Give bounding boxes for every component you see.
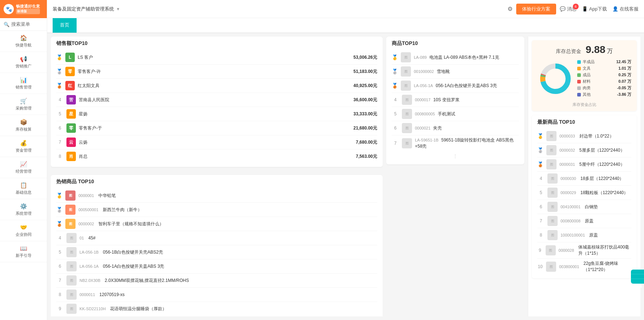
product-code: LA-59651-1B: [415, 138, 439, 142]
product-code: 0000011: [80, 292, 95, 297]
product-info: LA-056-1A 056-1A白色按键开关盖ABS 3壳: [414, 83, 519, 89]
product-code: 0000017: [415, 98, 431, 102]
settings-icon[interactable]: ⚙: [508, 5, 513, 12]
medal-icon: 🥈: [56, 69, 62, 74]
customer-name: 零售客户-许: [78, 69, 351, 75]
product-name: 智利车子里（规格不知道填什么）: [98, 221, 164, 227]
legend-label: 材料: [583, 79, 617, 84]
product-list-item: 5 图 000800005 手机测试: [392, 107, 519, 121]
chevron-down-icon: ▾: [117, 6, 119, 12]
hot-products-title: 热销商品 TOP10: [56, 179, 377, 185]
float-btn-live[interactable]: 直播: [631, 279, 644, 284]
sidebar-item-caigou[interactable]: 🛒 采购管理: [0, 94, 47, 115]
sidebar-item-jichu[interactable]: 📋 基础信息: [0, 178, 47, 199]
customer-amount: 36,600.00元: [354, 97, 377, 103]
product-thumbnail: 图: [66, 304, 77, 314]
main-area: 装备及固定资产辅助管理系统 ▾ ⚙ 体验行业方案 💬 消息 6 📱 App下载 …: [47, 0, 644, 320]
product-thumbnail: 图: [66, 247, 77, 257]
product-thumbnail: 图: [546, 145, 557, 155]
customer-avatar: 苦: [66, 95, 76, 104]
legend-item: 成品 0.25 万: [577, 72, 631, 78]
customer-avatar: 星: [66, 109, 76, 119]
product-name: 5厘多层（1220*2440）: [579, 147, 625, 153]
sales-icon: 📊: [20, 77, 27, 83]
medal-icon: 🥇: [56, 54, 62, 60]
medal-icon: 🥈: [392, 69, 398, 74]
legend-label: 半成品: [583, 59, 614, 65]
sidebar-item-qiye[interactable]: 🤝 企业协同: [0, 220, 47, 241]
hot-product-item: 🥉 图 0000002 智利车子里（规格不知道填什么）: [56, 217, 377, 231]
topbar-title: 装备及固定资产辅助管理系统 ▾: [53, 6, 504, 12]
sidebar-item-xitong[interactable]: ⚙️ 系统管理: [0, 199, 47, 220]
product-list-item: 🥉 图 LA-056-1A 056-1A白色按键开关盖ABS 3壳: [392, 79, 519, 93]
sidebar-item-zijin[interactable]: 💰 资金管理: [0, 136, 47, 157]
inventory-title: 库存总资金 9.88 万: [537, 44, 631, 56]
rank-number: 5: [56, 250, 64, 255]
middle-column: 商品TOP10 🥇 图 LA-089 电池盖 LA-089 ABS本色+黑种 7…: [386, 37, 524, 316]
tabbar: 首页: [47, 18, 644, 33]
sidebar-item-label: 基础信息: [16, 190, 32, 195]
customer-amount: 7,680.00元: [356, 139, 377, 145]
customer-top10-card: 销售额TOP10 🥇 L LS 客户 53,006.26元 🥈 零 零售客户-许: [51, 37, 383, 167]
hot-product-item: 6 图 LA-056-1A 056-1A白色按键开关盖ABS 3壳: [56, 259, 377, 274]
product-code: 0000029: [561, 190, 576, 195]
product-name: 18多层（1220*2440）: [580, 176, 624, 182]
float-btn-service[interactable]: 客服热线: [631, 270, 644, 274]
sidebar-item-xiaoshou[interactable]: 📊 销售管理: [0, 73, 47, 94]
customer-list-item: 4 苦 苦南县人民医院 36,600.00元: [56, 93, 377, 107]
customer-avatar: 零: [65, 67, 75, 76]
sidebar-item-yingxiao[interactable]: 📢 营销推广: [0, 52, 47, 73]
legend-value: 12.45 万: [616, 59, 631, 65]
search-menu[interactable]: 🔍 搜索菜单: [0, 18, 47, 31]
legend-value: -0.05 万: [617, 85, 631, 91]
notification-button[interactable]: 💬 消息 6: [560, 6, 576, 12]
product-name: 花语萌恒温分腿睡袋（厚款）: [110, 306, 167, 312]
customer-avatar: 红: [65, 81, 75, 90]
product-thumbnail: 图: [65, 219, 76, 229]
product-name: 雪地靴: [437, 69, 450, 74]
product-top10-list: 🥇 图 LA-089 电池盖 LA-089 ABS本色+黑种 7.1克 🥈 图 …: [392, 50, 519, 151]
float-buttons: 客服热线 服务社区 直播: [631, 270, 644, 284]
sidebar-item-label: 系统管理: [16, 211, 32, 216]
product-thumbnail: 图: [401, 66, 411, 77]
product-name: 5厘中纤（1220*2440）: [579, 161, 625, 168]
product-name: 056-1A白色按键开关盖ABS 3壳: [436, 83, 497, 88]
product-thumbnail: 图: [401, 81, 411, 91]
app-download-button[interactable]: 📱 App下载: [582, 6, 607, 12]
sidebar-item-kuaijie[interactable]: 🏠 快捷导航: [0, 31, 47, 52]
product-name: 2.0X30MM双摆花轴,摆花直径2.1MM/ROHS: [105, 278, 189, 284]
latest-product-item: 10 图 003800001 22g鱼豆腐-烧烤味（1*12*20）: [537, 259, 631, 275]
notification-icon: 💬: [560, 6, 566, 12]
product-name: 体城嘉枝味苏打饮品400毫升（1*15）: [578, 244, 631, 257]
rank-number: 6: [537, 204, 545, 209]
product-list-item: 🥈 图 001000002 雪地靴: [392, 65, 519, 79]
product-thumbnail: 图: [546, 245, 556, 255]
trial-button[interactable]: 体验行业方案: [516, 4, 556, 15]
sidebar-item-jingying[interactable]: 📈 经营管理: [0, 157, 47, 178]
customer-list-item: 🥈 零 零售客户-许 51,183.00元: [56, 65, 377, 79]
sidebar-item-kucun[interactable]: 📦 库存核算: [0, 115, 47, 136]
rank-number: 6: [56, 126, 64, 131]
chart-area: 半成品 12.45 万 文具 1.01 万 成品 0.25 万: [537, 59, 631, 98]
float-btn-community[interactable]: 服务社区: [631, 274, 644, 279]
customer-amount: 33,333.00元: [354, 111, 377, 117]
customer-amount: 40,925.00元: [354, 83, 377, 89]
customer-list-item: 6 零 零售客户-于 21,680.00元: [56, 121, 377, 135]
tab-home[interactable]: 首页: [53, 18, 77, 33]
customer-name: 苦南县人民医院: [79, 97, 351, 103]
product-thumbnail: 图: [547, 216, 558, 226]
sidebar-item-label: 新手引导: [16, 253, 32, 258]
online-service-button[interactable]: 👤 在线客服: [612, 6, 639, 12]
legend-value: 0.25 万: [619, 72, 631, 78]
sidebar-item-xinshou[interactable]: 📖 新手引导: [0, 241, 47, 262]
topbar: 装备及固定资产辅助管理系统 ▾ ⚙ 体验行业方案 💬 消息 6 📱 App下载 …: [47, 0, 644, 18]
latest-product-item: 7 图 000800008 原盖: [537, 214, 631, 228]
inventory-title-text: 库存总资金: [556, 48, 581, 54]
product-code: 004100001: [561, 205, 580, 209]
sidebar: 🐾 畅捷通好生意 标准版 🔍 搜索菜单 🏠 快捷导航 📢 营销推广 📊 销售管理…: [0, 0, 47, 320]
sidebar-item-label: 资金管理: [16, 148, 32, 153]
product-list-item: 4 图 0000017 10S 变扭罗浆: [392, 93, 519, 107]
product-info: LA-59651-1B 59651-1B旋转投影灯电池盒 ABS黑色+58壳: [415, 137, 519, 149]
legend-item: 肉类 -0.05 万: [577, 85, 631, 91]
product-name: 22g鱼豆腐-烧烤味（1*12*20）: [583, 260, 631, 273]
